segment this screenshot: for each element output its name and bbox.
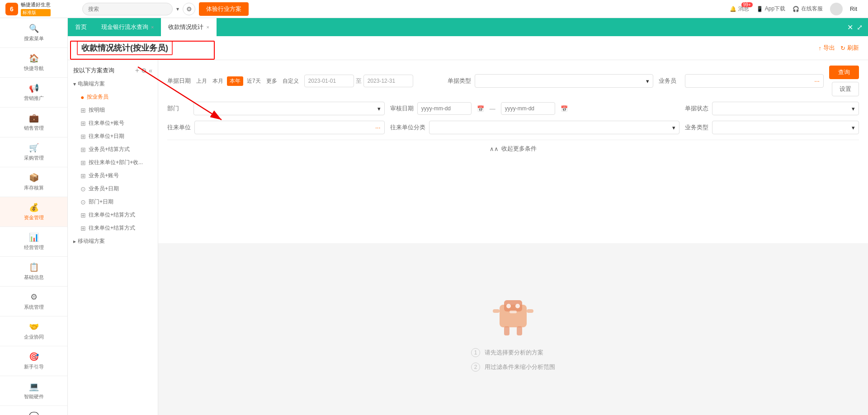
doc-status-select[interactable]: ▾ <box>712 102 859 115</box>
settings-icon[interactable]: ⚙ <box>183 3 195 15</box>
sidebar-item-quick-nav[interactable]: 🏠 快捷导航 <box>0 48 67 78</box>
scheme-add-icon[interactable]: + <box>135 66 139 75</box>
sidebar-item-smart-hardware[interactable]: 💻 智能硬件 <box>0 376 67 406</box>
business-type-select[interactable]: ▾ <box>712 121 859 134</box>
date-btn-more[interactable]: 更多 <box>264 76 279 86</box>
tab-expand-icon[interactable]: ⤢ <box>857 23 863 32</box>
system-icon: ⚙ <box>30 292 38 302</box>
header-search-input[interactable] <box>82 3 173 15</box>
sidebar-item-purchase[interactable]: 🛒 采购管理 <box>0 137 67 167</box>
header-dropdown-icon[interactable]: ▾ <box>176 6 179 12</box>
scheme-item-unit-settle2[interactable]: ⊞ 往来单位+结算方式 <box>68 222 158 235</box>
sidebar-item-wechat[interactable]: 💬 企业微信 <box>0 406 67 415</box>
content-area: 首页 现金银行流水查询 × 收款情况统计 × ✕ ⤢ 收款情况统计(按业务员) … <box>68 18 868 415</box>
scheme-item-by-detail[interactable]: ⊞ 按明细 <box>68 104 158 117</box>
tab-home-label: 首页 <box>75 23 87 31</box>
app-download-btn[interactable]: 📱 App下载 <box>756 5 785 13</box>
tab-close-all-icon[interactable]: ✕ <box>847 23 853 32</box>
sidebar-item-operations[interactable]: 📊 经营管理 <box>0 227 67 257</box>
date-btn-last-month[interactable]: 上月 <box>194 76 209 86</box>
online-service-btn[interactable]: 🎧 在线客服 <box>793 5 823 13</box>
collapse-more-btn[interactable]: ∧∧ 收起更多条件 <box>167 140 859 157</box>
detail-scheme-icon: ⊞ <box>80 107 86 114</box>
megaphone-icon: 📢 <box>29 83 39 93</box>
tab-right-buttons: ✕ ⤢ <box>847 23 868 32</box>
query-button[interactable]: 查询 <box>829 66 859 79</box>
svg-rect-4 <box>509 311 517 313</box>
doc-type-select[interactable]: ▾ <box>475 74 654 88</box>
date-btn-custom[interactable]: 自定义 <box>281 76 301 86</box>
review-date-dash: — <box>490 105 495 112</box>
export-btn[interactable]: ↑ 导出 <box>819 44 835 52</box>
sidebar-item-guide[interactable]: 🎯 新手引导 <box>0 346 67 376</box>
sidebar-label-basic-info: 基础信息 <box>24 274 44 281</box>
right-panel: 单据日期 上月 本月 本年 近7天 更多 自定义 至 <box>158 60 868 415</box>
scheme-item-unit-settle1[interactable]: ⊞ 往来单位+结算方式 <box>68 208 158 222</box>
date-btn-7days[interactable]: 近7天 <box>245 76 263 86</box>
doc-status-label: 单据状态 <box>685 104 708 113</box>
tab-bank-flow[interactable]: 现金银行流水查询 × <box>94 18 161 36</box>
salesperson-select[interactable]: ··· <box>685 74 824 88</box>
scheme-item-salesperson-settle[interactable]: ⊞ 业务员+结算方式 <box>68 143 158 156</box>
scheme-item-unit-date[interactable]: ⊞ 往来单位+日期 <box>68 130 158 143</box>
scheme-item-unit-account[interactable]: ⊞ 往来单位+账号 <box>68 117 158 130</box>
scheme-panel-icons: + ⚙ « <box>135 66 152 75</box>
scheme-item-salesperson-account[interactable]: ⊞ 业务员+账号 <box>68 169 158 182</box>
scheme-settings-icon[interactable]: ⚙ <box>141 67 147 74</box>
scheme-group-header-mobile[interactable]: ▸ 移动端方案 <box>68 235 158 248</box>
sidebar-item-basic-info[interactable]: 📋 基础信息 <box>0 257 67 287</box>
date-btn-this-year[interactable]: 本年 <box>227 76 243 86</box>
filter-field-doc-status: 单据状态 ▾ <box>685 102 859 115</box>
review-date-label: 审核日期 <box>390 104 414 113</box>
scheme-item-dept-date[interactable]: ⊙ 部门+日期 <box>68 195 158 208</box>
date-to-input[interactable] <box>363 75 413 87</box>
partner-more-icon[interactable]: ··· <box>375 124 381 131</box>
messages-btn[interactable]: 🔔 消息 99+ <box>730 5 749 13</box>
scheme-item-salesperson-date[interactable]: ⊙ 业务员+日期 <box>68 182 158 195</box>
date-btn-this-month[interactable]: 本月 <box>211 76 225 86</box>
bell-icon: 🔔 <box>730 6 736 12</box>
review-date-from-input[interactable] <box>417 102 472 115</box>
partner-category-select[interactable]: ▾ <box>429 121 680 134</box>
user-avatar[interactable] <box>830 3 843 15</box>
sidebar-item-sales[interactable]: 💼 销售管理 <box>0 108 67 137</box>
filter-row-3: 往来单位 ··· 往来单位分类 ▾ <box>167 121 859 134</box>
dept-select[interactable]: ▾ <box>193 102 385 115</box>
collapse-more-label: 收起更多条件 <box>501 145 537 153</box>
tab-receipt-stats-close[interactable]: × <box>206 24 209 30</box>
partner-select[interactable]: ··· <box>194 121 385 134</box>
page-title: 收款情况统计(按业务员) <box>77 41 173 55</box>
date-from-input[interactable] <box>304 75 354 87</box>
sidebar-item-enterprise[interactable]: 🤝 企业协同 <box>0 316 67 346</box>
tab-receipt-stats[interactable]: 收款情况统计 × <box>161 18 216 36</box>
sidebar-item-finance[interactable]: 💰 资金管理 <box>0 197 67 227</box>
partner-label: 往来单位 <box>167 123 191 132</box>
scheme-item-unit-dept-collect[interactable]: ⊞ 按往来单位+部门+收... <box>68 156 158 169</box>
money-icon: 💰 <box>29 203 39 212</box>
refresh-btn[interactable]: ↻ 刷新 <box>840 44 859 52</box>
sidebar-label-hardware: 智能硬件 <box>24 393 44 400</box>
review-date-calendar-from[interactable]: 📅 <box>477 105 484 112</box>
sidebar-item-marketing[interactable]: 📢 营销推广 <box>0 78 67 108</box>
settings-button[interactable]: 设置 <box>832 82 859 96</box>
scheme-group-header-desktop[interactable]: ▾ 电脑端方案 <box>68 77 158 90</box>
trial-btn[interactable]: 体验行业方案 <box>199 2 249 16</box>
tab-home[interactable]: 首页 <box>68 18 94 36</box>
guide-icon: 🎯 <box>29 352 39 362</box>
salesperson-settle-scheme-icon: ⊞ <box>80 146 86 153</box>
search-icon: 🔍 <box>29 24 39 33</box>
sidebar-item-search-menu[interactable]: 🔍 搜索菜单 <box>0 18 67 48</box>
tab-bar: 首页 现金银行流水查询 × 收款情况统计 × ✕ ⤢ <box>68 18 868 36</box>
salesperson-more-icon[interactable]: ··· <box>814 77 820 85</box>
review-date-to-input[interactable] <box>501 102 555 115</box>
mobile-group-label: 移动端方案 <box>78 237 105 245</box>
sidebar-item-system[interactable]: ⚙ 系统管理 <box>0 287 67 316</box>
scheme-collapse-icon[interactable]: « <box>149 67 152 74</box>
tab-bank-flow-close[interactable]: × <box>151 24 154 30</box>
sidebar-item-inventory[interactable]: 📦 库存核算 <box>0 167 67 197</box>
doc-type-label: 单据类型 <box>448 77 471 85</box>
desktop-group-label: 电脑端方案 <box>78 80 105 88</box>
review-date-calendar-to[interactable]: 📅 <box>561 105 568 112</box>
scheme-item-by-salesperson[interactable]: ● 按业务员 <box>68 90 158 104</box>
user-name[interactable]: Rit <box>850 5 857 12</box>
